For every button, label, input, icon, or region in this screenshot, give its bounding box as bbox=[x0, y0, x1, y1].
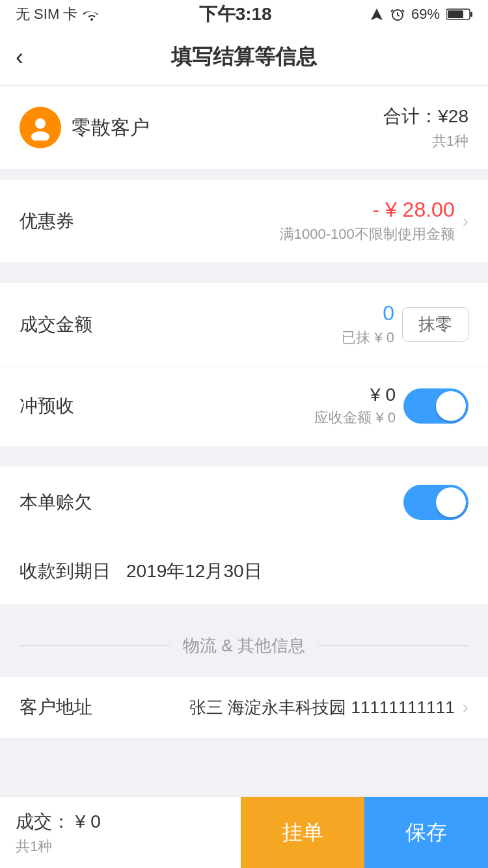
svg-rect-4 bbox=[470, 12, 472, 17]
divider-line-left bbox=[20, 645, 170, 646]
status-time: 下午3:18 bbox=[199, 2, 272, 27]
bottom-count: 共1种 bbox=[16, 837, 225, 856]
deal-amount-sub: 已抹 ¥ 0 bbox=[342, 328, 394, 347]
debt-row: 本单赊欠 bbox=[0, 467, 488, 538]
page-title: 填写结算等信息 bbox=[171, 43, 317, 72]
prepay-row: 冲预收 ¥ 0 应收金额 ¥ 0 bbox=[0, 366, 488, 446]
location-icon bbox=[370, 7, 384, 21]
svg-rect-5 bbox=[448, 10, 463, 18]
divider-line-right bbox=[318, 645, 468, 646]
alarm-icon bbox=[390, 7, 405, 21]
coupon-row[interactable]: 优惠券 - ¥ 28.00 满1000-100不限制使用金额 › bbox=[0, 180, 488, 262]
wifi-icon bbox=[83, 8, 101, 21]
svg-point-7 bbox=[31, 131, 49, 141]
debt-label: 本单赊欠 bbox=[20, 490, 92, 515]
customer-name: 零散客户 bbox=[72, 115, 150, 141]
save-button[interactable]: 保存 bbox=[364, 797, 488, 868]
due-date-row: 收款到期日 2019年12月30日 bbox=[0, 538, 488, 604]
separator-1 bbox=[0, 273, 488, 283]
debt-section: 本单赊欠 收款到期日 2019年12月30日 bbox=[0, 467, 488, 604]
deal-section: 成交金额 0 已抹 ¥ 0 抹零 冲预收 ¥ 0 应收金额 ¥ 0 bbox=[0, 283, 488, 446]
prepay-value: ¥ 0 bbox=[314, 385, 396, 405]
back-button[interactable]: ‹ bbox=[16, 46, 23, 69]
debt-toggle-knob bbox=[436, 487, 466, 517]
due-date-label: 收款到期日 bbox=[20, 559, 111, 584]
chevron-right-icon: › bbox=[463, 211, 468, 232]
battery-icon bbox=[446, 8, 472, 21]
battery-text: 69% bbox=[411, 6, 440, 23]
coupon-label: 优惠券 bbox=[20, 209, 74, 234]
hang-button[interactable]: 挂单 bbox=[241, 797, 364, 868]
prepay-sub: 应收金额 ¥ 0 bbox=[314, 408, 396, 427]
deal-amount-row: 成交金额 0 已抹 ¥ 0 抹零 bbox=[0, 283, 488, 366]
status-left: 无 SIM 卡 bbox=[16, 5, 101, 24]
address-chevron-icon: › bbox=[463, 697, 468, 718]
avatar bbox=[20, 107, 61, 148]
customer-row: 零散客户 合计：¥28 共1种 bbox=[0, 86, 488, 169]
bottom-info: 成交： ¥ 0 共1种 bbox=[0, 797, 241, 868]
address-value: 张三 海淀永丰科技园 11111111111 bbox=[189, 696, 455, 719]
customer-section: 零散客户 合计：¥28 共1种 bbox=[0, 86, 488, 169]
coupon-sub: 满1000-100不限制使用金额 bbox=[280, 224, 455, 244]
due-date-value: 2019年12月30日 bbox=[126, 559, 262, 584]
status-right: 69% bbox=[370, 6, 472, 23]
mozero-button[interactable]: 抹零 bbox=[402, 307, 468, 342]
debt-toggle[interactable] bbox=[403, 485, 468, 520]
separator-2 bbox=[0, 456, 488, 467]
coupon-discount: - ¥ 28.00 bbox=[280, 198, 455, 222]
coupon-section[interactable]: 优惠券 - ¥ 28.00 满1000-100不限制使用金额 › bbox=[0, 180, 488, 262]
logistics-label: 物流 & 其他信息 bbox=[183, 634, 305, 657]
total-amount: 合计：¥28 bbox=[383, 104, 468, 129]
bottom-deal-amount: 成交： ¥ 0 bbox=[16, 809, 225, 834]
logistics-divider: 物流 & 其他信息 bbox=[0, 615, 488, 677]
address-label: 客户地址 bbox=[20, 695, 92, 720]
deal-amount-value: 0 bbox=[342, 301, 394, 325]
nav-bar: ‹ 填写结算等信息 bbox=[0, 29, 488, 86]
no-sim-text: 无 SIM 卡 bbox=[16, 5, 77, 24]
address-row[interactable]: 客户地址 张三 海淀永丰科技园 11111111111 › bbox=[0, 677, 488, 738]
toggle-knob bbox=[436, 391, 466, 421]
status-bar: 无 SIM 卡 下午3:18 69% bbox=[0, 0, 488, 29]
address-section: 客户地址 张三 海淀永丰科技园 11111111111 › bbox=[0, 677, 488, 738]
svg-line-2 bbox=[398, 15, 400, 16]
prepay-label: 冲预收 bbox=[20, 394, 74, 418]
deal-amount-label: 成交金额 bbox=[20, 312, 92, 337]
svg-point-6 bbox=[35, 118, 46, 129]
bottom-bar: 成交： ¥ 0 共1种 挂单 保存 bbox=[0, 796, 488, 868]
prepay-toggle[interactable] bbox=[403, 388, 468, 424]
total-count: 共1种 bbox=[383, 131, 468, 151]
